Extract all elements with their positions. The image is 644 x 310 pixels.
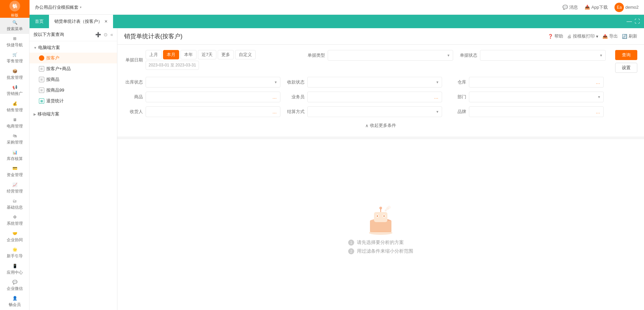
collapse-label: 收起更多条件 — [370, 122, 396, 128]
svg-rect-6 — [370, 220, 391, 232]
scheme-bar-icon: ▦ — [39, 98, 44, 104]
scheme-label-by-customer-goods: 按客户+商品 — [46, 66, 71, 72]
date-label: 单据日期 — [124, 57, 146, 63]
sidebar-enterprise-label: 企业协同 — [7, 237, 23, 243]
sidebar-item-wechat[interactable]: 💬 企业微信 — [0, 277, 30, 294]
scheme-item-by-customer-goods[interactable]: ⊞ 按客户+商品 — [30, 63, 117, 74]
scheme-grid-icon: ⊞ — [39, 66, 44, 71]
tab-expand-area: — ⛶ — [623, 18, 644, 24]
brand-dots[interactable]: … — [596, 109, 600, 114]
settings-button[interactable]: 设置 — [615, 63, 637, 73]
export-button[interactable]: 📤 导出 — [602, 33, 618, 39]
sidebar-item-wholesale[interactable]: 📦 批发管理 — [0, 66, 30, 83]
message-button[interactable]: 💬 消息 — [562, 4, 578, 10]
sidebar-item-quicknav[interactable]: ⊞ 快捷导航 — [0, 34, 30, 50]
salesperson-dots[interactable]: … — [434, 95, 438, 100]
sidebar-item-newbie[interactable]: 🌟 新手引导 — [0, 245, 30, 261]
sidebar-item-retail[interactable]: 🛒 零售管理 — [0, 50, 30, 66]
tab-close-icon[interactable]: ✕ — [104, 19, 108, 24]
app-selector[interactable]: 办公用品行业模拟账套 ▾ — [35, 4, 82, 10]
svg-point-11 — [383, 215, 385, 217]
date-range-display: 2023-03-01 至 2023-03-31 — [146, 61, 199, 70]
app-download-button[interactable]: 📥 App下载 — [585, 4, 608, 10]
filter-area: 单据日期 上月 本月 本年 近7天 更多 自定义 2023-03-01 至 20… — [117, 45, 644, 137]
query-button[interactable]: 查询 — [615, 50, 637, 60]
logo: 畅 标版 — [0, 0, 30, 18]
scheme-item-return-stat[interactable]: ▦ 退货统计 — [30, 96, 117, 106]
salesperson-control[interactable]: … — [307, 92, 442, 102]
wholesale-icon: 📦 — [12, 69, 17, 73]
newbie-icon: 🌟 — [12, 247, 17, 252]
sidebar-item-appcenter[interactable]: 📱 应用中心 — [0, 261, 30, 277]
sidebar-item-inventory[interactable]: 📊 库存核算 — [0, 148, 30, 164]
user-profile[interactable]: Ea demo2 — [614, 3, 639, 12]
desktop-group-toggle[interactable]: ▼ 电脑端方案 — [30, 43, 117, 53]
brand-control[interactable]: … — [469, 106, 604, 117]
sales-icon: 💰 — [12, 101, 17, 106]
date-btn-this-month[interactable]: 本月 — [163, 50, 179, 59]
sidebar-item-ecommerce[interactable]: 🖥 电商管理 — [0, 115, 30, 131]
ecommerce-icon: 🖥 — [13, 117, 17, 122]
receiver-control[interactable]: … — [146, 106, 280, 117]
filter-type-group: 单据类型 ▾ — [306, 50, 453, 61]
collapse-panel-icon[interactable]: « — [110, 32, 113, 37]
sidebar-item-operations[interactable]: 📈 经营管理 — [0, 180, 30, 196]
print-button[interactable]: 🖨 按模板打印 ▾ — [567, 33, 598, 39]
date-btn-more[interactable]: 更多 — [218, 50, 234, 59]
goods-control[interactable]: … — [146, 92, 280, 102]
date-btn-custom[interactable]: 自定义 — [235, 50, 256, 59]
scheme-item-by-customer[interactable]: ● 按客户 — [30, 53, 117, 63]
settings-scheme-icon[interactable]: ⊙ — [104, 32, 108, 37]
sidebar-item-purchase[interactable]: 🛍 采购管理 — [0, 132, 30, 148]
app-download-label: App下载 — [591, 4, 608, 10]
collect-status-control[interactable]: ▾ — [307, 77, 442, 88]
collapse-bar[interactable]: ∧ 收起更多条件 — [124, 120, 637, 131]
warehouse-control[interactable]: … — [469, 77, 604, 88]
sidebar-item-member[interactable]: 👤 畅会员 — [0, 294, 30, 310]
sidebar-item-enterprise[interactable]: 🤝 企业协同 — [0, 229, 30, 245]
brand-label: 品牌 — [447, 109, 469, 115]
refresh-button[interactable]: 🔄 刷新 — [622, 33, 637, 39]
filter-status-group: 单据状态 ▾ — [459, 50, 606, 61]
type-control[interactable]: ▾ — [328, 50, 453, 61]
date-btn-this-year[interactable]: 本年 — [180, 50, 197, 59]
tab-sales-stat[interactable]: 销货单统计表（按客户） ✕ — [49, 15, 113, 28]
scheme-item-by-goods99[interactable]: ⊞ 按商品99 — [30, 85, 117, 96]
app-selector-chevron: ▾ — [80, 5, 82, 9]
retail-icon: 🛒 — [12, 52, 17, 57]
mobile-group-toggle[interactable]: ▶ 移动端方案 — [30, 109, 117, 119]
sidebar-item-basic[interactable]: 🗂 基础信息 — [0, 196, 30, 212]
topbar: 办公用品行业模拟账套 ▾ 💬 消息 📥 App下载 Ea demo2 — [30, 0, 644, 15]
help-label: 帮助 — [554, 33, 563, 39]
date-btn-last-7-days[interactable]: 近7天 — [198, 50, 216, 59]
scheme-item-by-goods[interactable]: ⊞ 按商品 — [30, 74, 117, 85]
status-control[interactable]: ▾ — [480, 50, 606, 61]
avatar-text: Ea — [617, 5, 622, 10]
warehouse-dots[interactable]: … — [596, 80, 600, 85]
sidebar-member-label: 畅会员 — [9, 302, 21, 308]
app-title: 办公用品行业模拟账套 — [35, 4, 78, 10]
receiver-dots[interactable]: … — [272, 109, 277, 114]
goods-dots[interactable]: … — [272, 95, 277, 100]
sidebar-appcenter-label: 应用中心 — [7, 270, 23, 275]
sidebar-item-marketing[interactable]: 📢 营销推广 — [0, 83, 30, 99]
status-label: 单据状态 — [459, 52, 480, 58]
member-icon: 👤 — [12, 296, 17, 301]
tab-maximize-icon[interactable]: ⛶ — [635, 18, 640, 24]
tab-home[interactable]: 首页 — [30, 15, 49, 28]
sidebar-item-system[interactable]: ⚙ 系统管理 — [0, 213, 30, 229]
tab-minimize-icon[interactable]: — — [627, 18, 632, 24]
help-button[interactable]: ❓ 帮助 — [548, 33, 563, 39]
settlement-control[interactable]: ▾ — [307, 106, 442, 117]
sidebar-item-sales[interactable]: 💰 销售管理 — [0, 99, 30, 115]
purchase-icon: 🛍 — [13, 134, 17, 138]
department-control[interactable]: ▾ — [469, 92, 604, 102]
left-panel-title: 按以下方案查询 — [34, 32, 64, 38]
message-label: 消息 — [569, 4, 578, 10]
svg-rect-7 — [374, 212, 387, 222]
add-scheme-icon[interactable]: ➕ — [95, 32, 101, 37]
date-btn-last-month[interactable]: 上月 — [146, 50, 162, 59]
out-status-control[interactable]: ▾ — [146, 77, 280, 88]
sidebar-item-search[interactable]: 🔍 搜索菜单 — [0, 18, 30, 34]
sidebar-item-finance[interactable]: 💳 资金管理 — [0, 164, 30, 180]
